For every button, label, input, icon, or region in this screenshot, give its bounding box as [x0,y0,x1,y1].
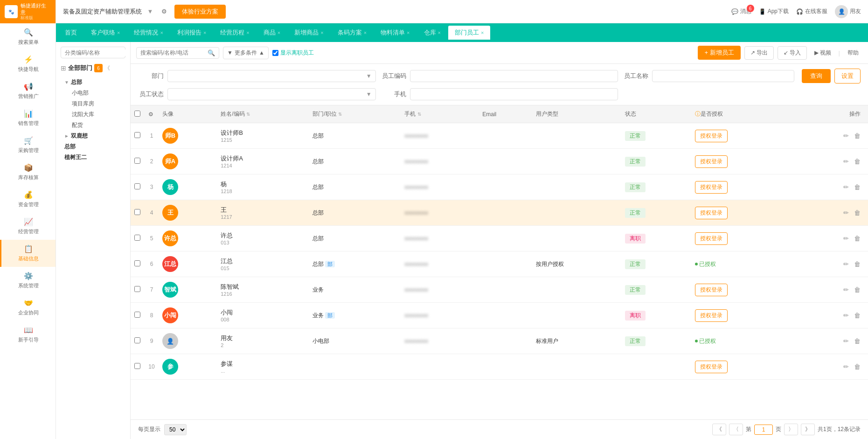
resigned-checkbox-input[interactable] [272,50,278,56]
nav-tab-客户联络[interactable]: 客户联络× [84,26,126,40]
edit-button[interactable]: ✏ [841,131,851,140]
sidebar-item-finance[interactable]: 💰资金管理 [0,186,56,213]
auth-button[interactable]: 授权登录 [695,155,728,168]
show-resigned-checkbox[interactable]: 显示离职员工 [272,49,314,57]
dept-node-xiangmukufang[interactable]: 项目库房 [68,98,125,109]
tab-close-icon[interactable]: × [160,30,163,35]
dept-count-badge[interactable]: 6 [94,64,103,72]
row-checkbox-cell[interactable] [131,123,145,149]
header-checkbox[interactable] [131,105,145,123]
last-page-button[interactable]: 》 [801,424,815,435]
export-button[interactable]: ↗ 导出 [744,46,774,60]
auth-button[interactable]: 授权登录 [695,232,728,245]
row-checkbox[interactable] [134,183,140,189]
row-checkbox-cell[interactable] [131,251,145,277]
app-download-item[interactable]: 📱 App下载 [759,7,789,15]
view-button[interactable]: ▶ 视频 [811,47,835,59]
delete-button[interactable]: 🗑 [852,131,862,140]
row-checkbox[interactable] [134,286,140,292]
first-page-button[interactable]: 《 [712,424,726,435]
sidebar-item-guide[interactable]: 📖新手引导 [0,321,56,348]
nav-tab-物料清单[interactable]: 物料清单× [374,26,416,40]
dept-node-shuanglu[interactable]: ► 双鹿想 [61,131,125,141]
sidebar-item-marketing[interactable]: 📢营销推广 [0,77,56,105]
row-checkbox-cell[interactable] [131,354,145,380]
message-item[interactable]: 💬 消息 6 [731,7,751,15]
delete-button[interactable]: 🗑 [852,208,862,217]
auth-button[interactable]: 授权登录 [695,181,728,194]
emp-name-input[interactable] [652,70,794,82]
sidebar-item-sales[interactable]: 📊销售管理 [0,105,56,132]
more-conditions-button[interactable]: ▼ 更多条件 ▲ [223,47,269,59]
sidebar-item-inventory[interactable]: 📦库存核算 [0,159,56,186]
dept-node-zhishuwang[interactable]: 植树王二 [61,152,125,163]
dept-select[interactable]: ▼ [167,70,376,82]
header-phone[interactable]: 手机 ⇅ [401,105,479,123]
try-industry-button[interactable]: 体验行业方案 [174,5,226,19]
page-size-select[interactable]: 50 [164,424,187,435]
delete-button[interactable]: 🗑 [852,336,862,346]
tab-close-icon[interactable]: × [246,30,249,35]
employee-search-input[interactable] [140,49,206,56]
tab-close-icon[interactable]: × [203,30,206,35]
auth-button[interactable]: 授权登录 [695,361,728,373]
delete-button[interactable]: 🗑 [852,234,862,243]
row-checkbox[interactable] [134,260,140,266]
header-dept-position[interactable]: 部门/职位 ⇅ [309,105,401,123]
select-all-checkbox[interactable] [134,111,140,117]
tab-close-icon[interactable]: × [438,30,441,35]
edit-button[interactable]: ✏ [841,208,851,217]
tab-close-icon[interactable]: × [117,30,120,35]
emp-status-select[interactable]: ▼ [167,88,376,100]
row-checkbox-cell[interactable] [131,226,145,251]
row-checkbox-cell[interactable] [131,149,145,174]
nav-tab-仓库[interactable]: 仓库× [417,26,447,40]
settings-gear-icon[interactable]: ⚙ [159,6,170,17]
edit-button[interactable]: ✏ [841,311,851,320]
header-name-code[interactable]: 姓名/编码 ⇅ [217,105,309,123]
tab-close-icon[interactable]: × [278,30,280,35]
phone-input[interactable] [410,88,618,100]
settings-button[interactable]: 设置 [834,69,861,84]
sidebar-item-search[interactable]: 🔍搜索菜单 [0,23,56,50]
row-checkbox-cell[interactable] [131,200,145,226]
dept-search-box[interactable]: 🔍 [61,47,125,58]
edit-button[interactable]: ✏ [841,285,851,294]
tab-close-icon[interactable]: × [407,30,410,35]
import-button[interactable]: ↙ 导入 [778,46,807,60]
dept-node-peihuo[interactable]: 配货 [68,120,125,131]
tab-close-icon[interactable]: × [481,30,484,35]
query-button[interactable]: 查询 [802,69,831,83]
nav-tab-新增商品[interactable]: 新增商品× [288,26,330,40]
edit-button[interactable]: ✏ [841,259,851,269]
row-checkbox-cell[interactable] [131,303,145,328]
nav-tab-利润报告[interactable]: 利润报告× [171,26,213,40]
dept-node-zongbu[interactable]: ▼ 总部 [61,77,125,88]
delete-button[interactable]: 🗑 [852,259,862,269]
delete-button[interactable]: 🗑 [852,285,862,294]
collapse-icon[interactable]: 《 [104,64,110,72]
delete-button[interactable]: 🗑 [852,362,862,371]
employee-search-box[interactable]: 🔍 [136,47,219,59]
row-checkbox[interactable] [134,337,140,343]
edit-button[interactable]: ✏ [841,157,851,166]
sidebar-item-enterprise[interactable]: 🤝企业协同 [0,294,56,321]
dept-node-shenyangdaku[interactable]: 沈阳大库 [68,109,125,120]
row-checkbox[interactable] [134,158,140,164]
system-dropdown-icon[interactable]: ▼ [146,8,154,15]
all-dept-label[interactable]: 全部部门 [68,62,92,74]
auth-button[interactable]: 授权登录 [695,309,728,322]
dept-node-xiaodianbu[interactable]: 小电部 [68,88,125,98]
header-settings-icon[interactable]: ⚙ [145,105,159,123]
edit-button[interactable]: ✏ [841,234,851,243]
row-checkbox[interactable] [134,363,140,369]
row-checkbox-cell[interactable] [131,328,145,354]
tab-close-icon[interactable]: × [320,30,323,35]
nav-tab-经营情况[interactable]: 经营情况× [127,26,169,40]
delete-button[interactable]: 🗑 [852,182,862,192]
row-checkbox-cell[interactable] [131,277,145,303]
current-page-input[interactable] [754,425,773,435]
sidebar-item-shortcut[interactable]: ⚡快捷导航 [0,50,56,77]
edit-button[interactable]: ✏ [841,336,851,346]
sidebar-item-purchase[interactable]: 🛒采购管理 [0,132,56,159]
